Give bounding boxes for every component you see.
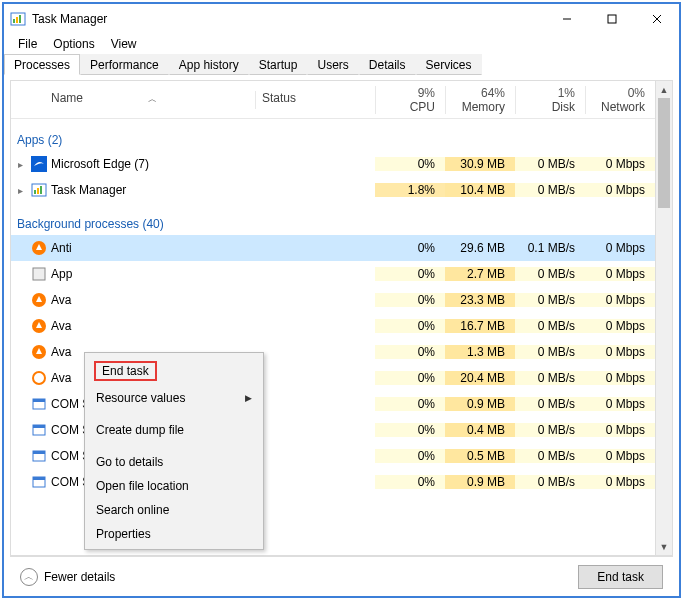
end-task-button[interactable]: End task [578, 565, 663, 589]
avast-icon [29, 240, 49, 256]
fewer-details-button[interactable]: ︿ Fewer details [20, 568, 115, 586]
maximize-button[interactable] [589, 4, 634, 34]
table-row[interactable]: ▸ Task Manager 1.8% 10.4 MB 0 MB/s 0 Mbp… [11, 177, 655, 203]
svg-rect-14 [33, 268, 45, 280]
tab-processes[interactable]: Processes [4, 54, 80, 75]
group-background: Background processes (40) [11, 203, 655, 235]
svg-rect-12 [40, 186, 42, 194]
window: Task Manager File Options View Processes… [2, 2, 681, 598]
tab-users[interactable]: Users [307, 54, 358, 75]
bottom-bar: ︿ Fewer details End task [10, 556, 673, 596]
context-menu: End task Resource values▶ Create dump fi… [84, 352, 264, 550]
col-cpu[interactable]: 9% CPU [375, 86, 445, 114]
col-network[interactable]: 0% Network [585, 86, 655, 114]
chevron-right-icon[interactable]: ▸ [11, 159, 29, 170]
close-button[interactable] [634, 4, 679, 34]
table-row[interactable]: Anti 0% 29.6 MB 0.1 MB/s 0 Mbps [11, 235, 655, 261]
tabbar: Processes Performance App history Startu… [4, 54, 679, 76]
svg-rect-22 [33, 425, 45, 428]
avast-icon [29, 344, 49, 360]
svg-rect-5 [608, 15, 616, 23]
content-area: Name ︿ Status 9% CPU 64% Memory 1% Disk [4, 76, 679, 596]
chevron-right-icon[interactable]: ▸ [11, 185, 29, 196]
ctx-properties[interactable]: Properties [88, 522, 260, 546]
sort-indicator-icon: ︿ [49, 93, 255, 106]
minimize-button[interactable] [544, 4, 589, 34]
tab-details[interactable]: Details [359, 54, 416, 75]
svg-rect-26 [33, 477, 45, 480]
col-disk[interactable]: 1% Disk [515, 86, 585, 114]
avast-icon [29, 318, 49, 334]
scroll-down-icon[interactable]: ▼ [656, 538, 672, 555]
table-row[interactable]: App 0% 2.7 MB 0 MB/s 0 Mbps [11, 261, 655, 287]
menubar: File Options View [4, 34, 679, 54]
column-headers: Name ︿ Status 9% CPU 64% Memory 1% Disk [11, 81, 655, 119]
vertical-scrollbar[interactable]: ▲ ▼ [655, 81, 672, 555]
menu-view[interactable]: View [103, 35, 145, 53]
col-memory[interactable]: 64% Memory [445, 86, 515, 114]
svg-rect-1 [13, 19, 15, 23]
com-icon [29, 474, 49, 490]
generic-app-icon [29, 266, 49, 282]
tab-services[interactable]: Services [416, 54, 482, 75]
svg-point-18 [33, 372, 45, 384]
ctx-open-location[interactable]: Open file location [88, 474, 260, 498]
scroll-thumb[interactable] [658, 98, 670, 208]
edge-icon [29, 156, 49, 172]
ctx-create-dump[interactable]: Create dump file [88, 418, 260, 442]
ctx-end-task[interactable]: End task [88, 356, 260, 386]
titlebar: Task Manager [4, 4, 679, 34]
window-controls [544, 4, 679, 34]
menu-options[interactable]: Options [45, 35, 102, 53]
svg-rect-24 [33, 451, 45, 454]
ctx-go-details[interactable]: Go to details [88, 450, 260, 474]
tab-app-history[interactable]: App history [169, 54, 249, 75]
window-title: Task Manager [32, 12, 544, 26]
svg-rect-20 [33, 399, 45, 402]
app-icon [10, 11, 26, 27]
table-row[interactable]: ▸ Microsoft Edge (7) 0% 30.9 MB 0 MB/s 0… [11, 151, 655, 177]
avast-icon [29, 292, 49, 308]
com-icon [29, 396, 49, 412]
group-apps: Apps (2) [11, 119, 655, 151]
svg-rect-11 [37, 188, 39, 194]
svg-rect-3 [19, 15, 21, 23]
svg-rect-8 [31, 156, 47, 172]
tab-performance[interactable]: Performance [80, 54, 169, 75]
avast-outline-icon [29, 370, 49, 386]
scroll-up-icon[interactable]: ▲ [656, 81, 672, 98]
table-row[interactable]: Ava 0% 23.3 MB 0 MB/s 0 Mbps [11, 287, 655, 313]
chevron-up-icon: ︿ [20, 568, 38, 586]
svg-rect-2 [16, 17, 18, 23]
svg-rect-10 [34, 190, 36, 194]
ctx-resource-values[interactable]: Resource values▶ [88, 386, 260, 410]
table-row[interactable]: Ava 0% 16.7 MB 0 MB/s 0 Mbps [11, 313, 655, 339]
menu-file[interactable]: File [10, 35, 45, 53]
ctx-search-online[interactable]: Search online [88, 498, 260, 522]
tab-startup[interactable]: Startup [249, 54, 308, 75]
submenu-arrow-icon: ▶ [245, 393, 252, 403]
col-status[interactable]: Status [255, 91, 375, 109]
com-icon [29, 422, 49, 438]
com-icon [29, 448, 49, 464]
task-manager-icon [29, 182, 49, 198]
